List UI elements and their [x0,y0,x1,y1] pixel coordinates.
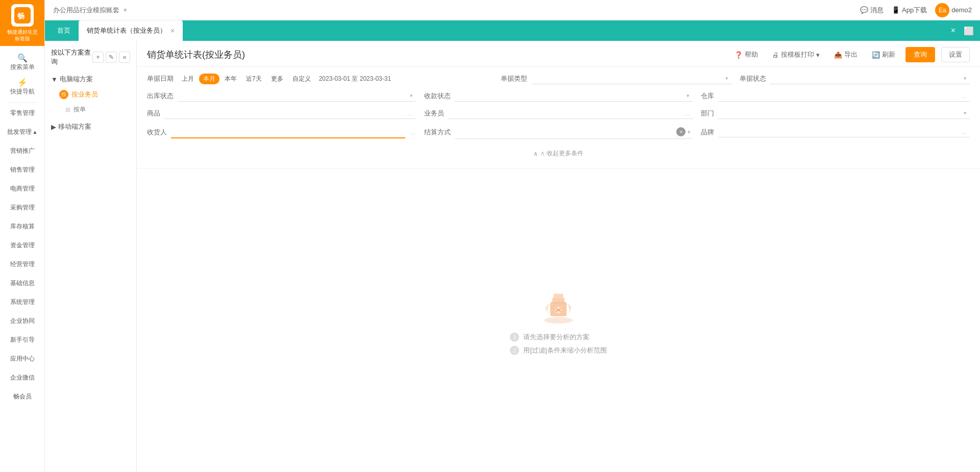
date-tab-this-month[interactable]: 本月 [199,74,219,84]
sidebar-item-marketing[interactable]: 营销推广 [2,143,43,159]
collapse-icon: ∧ [533,150,538,157]
sidebar-item-member[interactable]: 畅会员 [2,388,43,405]
window-max-btn[interactable]: ⬜ [962,24,976,38]
filter-doc-status-select[interactable]: ▾ [770,73,970,84]
tabbar-actions: × ⬜ [949,24,976,38]
filter-stock-status-select[interactable]: ▾ [178,90,416,102]
filter-brand: 品牌 … [701,127,970,137]
sidebar-item-wholesale[interactable]: 批发管理 ▲ [2,124,43,140]
pc-scheme-group-title[interactable]: ▼ 电脑端方案 [45,72,136,87]
sidebar-item-operations[interactable]: 经营管理 [2,256,43,273]
scheme-panel-actions: + ✎ « [92,52,130,63]
brand-label: 品牌 [701,128,714,137]
tip-num-1: 1 [510,333,519,342]
refresh-btn[interactable]: 🔄 刷新 [868,48,899,61]
svg-rect-5 [553,294,563,299]
doc-type-dropdown-icon: ▾ [725,75,728,82]
stock-status-label: 出库状态 [147,91,174,101]
filter-goods-select[interactable]: … [164,108,416,119]
settle-dropdown-icon: ▾ [688,129,691,135]
date-tab-more[interactable]: 更多 [267,74,287,84]
filter-receiver: 收货人 … [147,126,416,138]
topbar-dropdown-icon[interactable]: ▾ [124,6,127,14]
filter-doc-type-select[interactable]: ▾ [531,73,731,84]
export-btn[interactable]: 📤 导出 [830,48,862,61]
warehouse-label: 仓库 [701,91,714,101]
mobile-scheme-group: ▶ 移动端方案 [45,119,136,134]
sidebar-item-sales[interactable]: 销售管理 [2,161,43,178]
sidebar-item-enterprise-wechat[interactable]: 企业微信 [2,369,43,386]
tip-num-2: 2 [510,346,519,355]
message-btn[interactable]: 💬 消息 [860,6,884,15]
filter-collapse-btn[interactable]: ∧ ∧ 收起更多条件 [147,145,970,162]
sidebar-item-basic-info[interactable]: 基础信息 [2,275,43,292]
goods-dropdown-icon: … [407,110,413,116]
tab-sales-stat[interactable]: 销货单统计表（按业务员） × [79,20,183,41]
query-btn[interactable]: 查询 [905,47,935,62]
doc-type-label: 单据类型 [501,74,527,83]
empty-tip-1: 1 请先选择要分析的方案 [510,333,606,342]
sidebar-item-purchase[interactable]: 采购管理 [2,199,43,216]
sidebar-item-newbie[interactable]: 新手引导 [2,332,43,348]
sidebar-item-app-center[interactable]: 应用中心 [2,350,43,367]
filter-brand-select[interactable]: … [718,127,970,137]
settle-clear-btn[interactable]: × [676,127,685,136]
sidebar-item-retail[interactable]: 零售管理 [2,105,43,122]
app-logo[interactable]: 畅 畅捷通好生意 标签版 [0,0,44,46]
filter-settle-method-select[interactable]: × ▾ [455,125,693,139]
download-icon: 📱 [892,6,900,14]
filter-date-range: 上月 本月 本年 近7天 更多 自定义 2023-03-01 至 2023-03… [178,74,391,84]
date-tab-custom[interactable]: 自定义 [288,74,315,84]
mobile-scheme-group-title[interactable]: ▶ 移动端方案 [45,119,136,134]
date-tab-7-days[interactable]: 近7天 [242,74,266,84]
scheme-collapse-btn[interactable]: « [119,52,130,63]
pc-group-expand-icon: ▼ [51,76,58,83]
settings-btn[interactable]: 设置 [941,47,970,62]
topbar-title: 办公用品行业模拟账套 [53,6,119,15]
sidebar-shortcut-nav[interactable]: ⚡ 快捷导航 [2,75,43,99]
scheme-edit-btn[interactable]: ✎ [106,52,117,63]
sidebar-item-finance[interactable]: 资金管理 [2,237,43,254]
filter-warehouse: 仓库 … [701,91,970,102]
topbar-left: 办公用品行业模拟账套 ▾ [53,6,127,15]
tab-close-icon[interactable]: × [170,27,175,35]
empty-illustration [538,286,579,326]
receiver-extra-icon[interactable]: … [410,129,416,135]
scheme-item-by-order[interactable]: ⊞ 按单 [45,102,136,117]
logo-icon: 畅 [11,4,34,27]
print-btn[interactable]: 🖨 按模板打印 ▾ [768,48,824,61]
app-download-btn[interactable]: 📱 App下载 [892,6,927,15]
help-btn[interactable]: ❓ 帮助 [730,48,762,61]
scheme-panel: 按以下方案查询 + ✎ « ▼ 电脑端方案 按 按业务员 ⊞ 按单 [45,41,137,472]
settle-method-label: 结算方式 [424,128,451,137]
window-close-btn[interactable]: × [949,24,958,38]
scheme-item-by-salesperson[interactable]: 按 按业务员 [45,87,136,102]
mobile-group-expand-icon: ▶ [51,123,56,131]
user-profile-btn[interactable]: Ea demo2 [935,3,972,17]
filter-stock-status: 出库状态 ▾ [147,90,416,102]
tab-home[interactable]: 首页 [49,20,79,41]
sidebar-item-enterprise[interactable]: 企业协同 [2,313,43,329]
scheme-add-btn[interactable]: + [92,52,104,63]
print-dropdown-icon: ▾ [816,51,820,59]
filter-receipt-status-select[interactable]: ▾ [455,90,693,102]
receiver-input[interactable] [171,126,405,138]
sidebar-item-ecommerce[interactable]: 电商管理 [2,180,43,197]
main-panel: 销货单统计表(按业务员) ❓ 帮助 🖨 按模板打印 ▾ 📤 导出 [137,41,980,472]
empty-tip-2: 2 用[过滤]条件来缩小分析范围 [510,346,606,355]
filter-warehouse-select[interactable]: … [718,91,970,102]
logo-label: 畅捷通好生意 标签版 [7,29,38,42]
pc-scheme-group: ▼ 电脑端方案 按 按业务员 ⊞ 按单 [45,72,136,117]
date-tab-this-year[interactable]: 本年 [220,74,241,84]
doc-status-dropdown-icon: ▾ [964,75,967,82]
sidebar-item-inventory[interactable]: 库存核算 [2,218,43,235]
filter-salesperson-select[interactable]: … [448,108,693,119]
goods-label: 商品 [147,109,160,118]
filter-dept-select[interactable]: ▾ [718,108,970,119]
sidebar-item-system[interactable]: 系统管理 [2,294,43,311]
date-tab-last-month[interactable]: 上月 [178,74,198,84]
filter-row-4: 收货人 … 结算方式 × ▾ [147,125,970,139]
sidebar-search-menu[interactable]: 🔍 搜索菜单 [2,50,43,75]
scheme-item-active-icon: 按 [59,90,68,99]
user-avatar: Ea [935,3,949,17]
